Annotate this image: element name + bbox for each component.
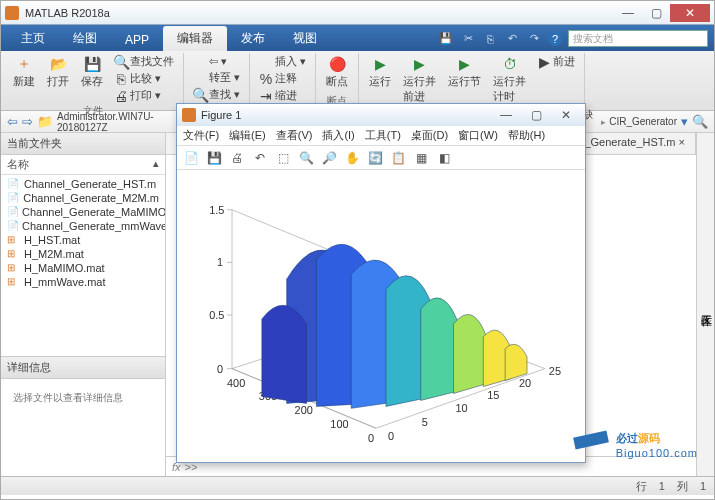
svg-text:0: 0: [368, 432, 374, 444]
fig-tool-icon[interactable]: ◧: [434, 148, 454, 168]
fig-menu-item[interactable]: 编辑(E): [229, 128, 266, 143]
fig-tool-icon[interactable]: 💾: [204, 148, 224, 168]
redo-icon[interactable]: ↷: [526, 31, 542, 47]
maximize-button[interactable]: ▢: [642, 4, 670, 22]
ztick: 0: [217, 363, 223, 375]
fig-tool-icon[interactable]: 📄: [181, 148, 201, 168]
fig-menu-item[interactable]: 插入(I): [322, 128, 354, 143]
close-button[interactable]: ✕: [670, 4, 710, 22]
fig-tool-icon[interactable]: 🖨: [227, 148, 247, 168]
ribbon-插入 ▾[interactable]: 插入 ▾: [256, 53, 309, 70]
help-icon[interactable]: ?: [548, 32, 562, 46]
ribbon-比较 ▾[interactable]: ⎘比较 ▾: [111, 70, 177, 87]
ribbon-⇦ ▾[interactable]: ⇦ ▾: [190, 53, 243, 69]
file-row[interactable]: ⊞H_M2M.mat: [3, 247, 163, 261]
fig-tool-icon[interactable]: 📋: [388, 148, 408, 168]
fig-minimize-button[interactable]: —: [492, 106, 520, 124]
svg-text:20: 20: [519, 377, 531, 389]
status-col-label: 列: [677, 479, 688, 494]
figure-window[interactable]: Figure 1 — ▢ ✕ 文件(F)编辑(E)查看(V)插入(I)工具(T)…: [176, 103, 586, 463]
detail-content: 选择文件以查看详细信息: [1, 379, 165, 417]
file-name: Channel_Generate_M2M.m: [23, 192, 159, 204]
fig-close-button[interactable]: ✕: [552, 106, 580, 124]
tab-1[interactable]: 绘图: [59, 26, 111, 51]
fig-menu-item[interactable]: 窗口(W): [458, 128, 498, 143]
figure-icon: [182, 108, 196, 122]
fig-tool-icon[interactable]: ⬚: [273, 148, 293, 168]
file-row[interactable]: 📄Channel_Generate_M2M.m: [3, 191, 163, 205]
search-input[interactable]: 搜索文档: [568, 30, 708, 47]
up-icon[interactable]: 📁: [37, 114, 53, 129]
fig-menu-item[interactable]: 工具(T): [365, 128, 401, 143]
file-icon: 📄: [7, 206, 19, 218]
back-icon[interactable]: ⇦: [7, 114, 18, 129]
file-name: H_MaMIMO.mat: [24, 262, 105, 274]
tab-5[interactable]: 视图: [279, 26, 331, 51]
save-icon[interactable]: 💾: [438, 31, 454, 47]
tab-0[interactable]: 主页: [7, 26, 59, 51]
figure-axes[interactable]: 1.5 1 0.5 0 400 300 200 100 0 0 5 10 15 …: [177, 170, 585, 462]
fig-menu-item[interactable]: 帮助(H): [508, 128, 545, 143]
fig-tool-icon[interactable]: ↶: [250, 148, 270, 168]
svg-text:200: 200: [295, 404, 313, 416]
search-path-icon[interactable]: 🔍: [692, 114, 708, 129]
fig-tool-icon[interactable]: 🔄: [365, 148, 385, 168]
ribbon-缩进[interactable]: ⇥缩进: [256, 87, 309, 104]
ribbon-注释[interactable]: %注释: [256, 70, 309, 87]
fig-menu-item[interactable]: 查看(V): [276, 128, 313, 143]
fig-tool-icon[interactable]: ✋: [342, 148, 362, 168]
ribbon-前进[interactable]: ▶前进: [534, 53, 578, 70]
file-name: H_HST.mat: [24, 234, 80, 246]
ribbon-打开[interactable]: 📂打开: [43, 53, 73, 104]
fig-tool-icon[interactable]: ▦: [411, 148, 431, 168]
minimize-button[interactable]: —: [614, 4, 642, 22]
ribbon-新建[interactable]: ＋新建: [9, 53, 39, 104]
ribbon-运行并
前进[interactable]: ▶运行并前进: [399, 53, 440, 106]
file-col-header[interactable]: 名称: [7, 157, 29, 172]
svg-text:5: 5: [422, 416, 428, 428]
forward-icon[interactable]: ⇨: [22, 114, 33, 129]
ribbon-运行并
计时[interactable]: ⏱运行并计时: [489, 53, 530, 106]
svg-text:400: 400: [227, 377, 245, 389]
file-name: Channel_Generate_MaMIMO: [22, 206, 165, 218]
ribbon-转至 ▾[interactable]: 转至 ▾: [190, 69, 243, 86]
watermark: 必过源码 Biguo100.com: [574, 426, 698, 459]
file-row[interactable]: ⊞H_mmWave.mat: [3, 275, 163, 289]
ztick: 1.5: [209, 204, 224, 216]
file-icon: 📄: [7, 220, 19, 232]
fig-maximize-button[interactable]: ▢: [522, 106, 550, 124]
tab-3[interactable]: 编辑器: [163, 26, 227, 51]
ribbon-打印 ▾[interactable]: 🖨打印 ▾: [111, 87, 177, 104]
copy-icon[interactable]: ⎘: [482, 31, 498, 47]
fig-menu-item[interactable]: 文件(F): [183, 128, 219, 143]
file-row[interactable]: ⊞H_MaMIMO.mat: [3, 261, 163, 275]
undo-icon[interactable]: ↶: [504, 31, 520, 47]
cut-icon[interactable]: ✂: [460, 31, 476, 47]
file-row[interactable]: 📄Channel_Generate_mmWave.: [3, 219, 163, 233]
file-name: H_mmWave.mat: [24, 276, 106, 288]
dropdown-icon[interactable]: ▾: [681, 114, 688, 129]
svg-text:10: 10: [455, 402, 467, 414]
tab-4[interactable]: 发布: [227, 26, 279, 51]
window-title: MATLAB R2018a: [25, 7, 614, 19]
detail-panel-title: 详细信息: [1, 357, 165, 379]
ribbon-运行[interactable]: ▶运行: [365, 53, 395, 106]
ribbon-查找文件[interactable]: 🔍查找文件: [111, 53, 177, 70]
ribbon-运行节[interactable]: ▶运行节: [444, 53, 485, 106]
ribbon-断点[interactable]: 🔴断点: [322, 53, 352, 94]
file-row[interactable]: 📄Channel_Generate_HST.m: [3, 177, 163, 191]
app-icon: [5, 6, 19, 20]
fig-menu-item[interactable]: 桌面(D): [411, 128, 448, 143]
ribbon-查找 ▾[interactable]: 🔍查找 ▾: [190, 86, 243, 103]
workspace-panel[interactable]: 工作区: [696, 133, 714, 476]
breadcrumb[interactable]: CIR_Generator: [609, 116, 677, 127]
file-row[interactable]: 📄Channel_Generate_MaMIMO: [3, 205, 163, 219]
ztick: 1: [217, 256, 223, 268]
file-row[interactable]: ⊞H_HST.mat: [3, 233, 163, 247]
status-line-value: 1: [659, 480, 665, 492]
file-icon: 📄: [7, 192, 20, 204]
fig-tool-icon[interactable]: 🔎: [319, 148, 339, 168]
ribbon-保存[interactable]: 💾保存: [77, 53, 107, 104]
tab-2[interactable]: APP: [111, 29, 163, 51]
fig-tool-icon[interactable]: 🔍: [296, 148, 316, 168]
